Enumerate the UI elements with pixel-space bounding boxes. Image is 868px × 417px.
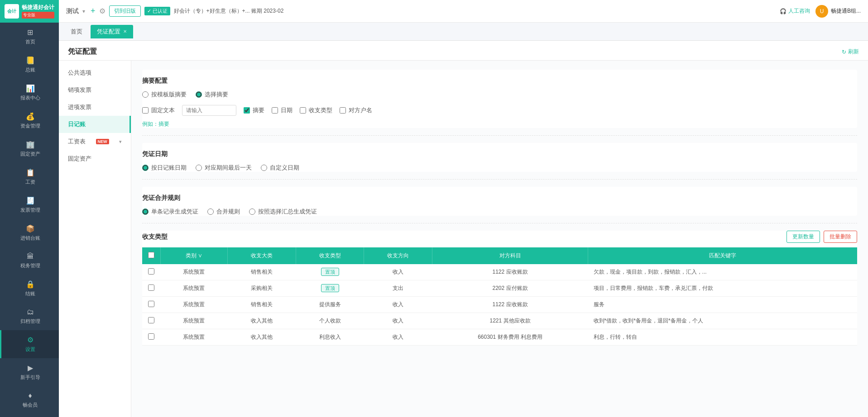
row-checkbox-cell-3 — [142, 313, 160, 329]
switch-version-btn[interactable]: 切到旧版 — [109, 5, 141, 17]
sub-nav-arrow-payroll: ▾ — [119, 139, 122, 145]
summary-cb-input[interactable] — [244, 107, 250, 114]
sub-nav-item-payroll[interactable]: 工资表NEW▾ — [59, 133, 131, 150]
tab-home[interactable]: 首页 — [64, 25, 89, 38]
sidebar-item-tax[interactable]: 🏛 税务管理 — [0, 247, 59, 275]
single-radio[interactable]: 单条记录生成凭证 — [142, 208, 198, 216]
type-tag-1[interactable]: 置顶 — [321, 284, 339, 292]
add-company-btn[interactable]: + — [91, 6, 96, 16]
summary-radio-select[interactable]: 选择摘要 — [196, 90, 228, 99]
topbar-right: 🎧 人工咨询 U 畅捷通B组... — [780, 5, 861, 18]
type-cb-label: 收支类型 — [309, 106, 332, 114]
row-direction-4: 收入 — [364, 329, 432, 346]
radio-template-label: 按模板版摘要 — [151, 90, 187, 99]
row-checkbox-1[interactable] — [148, 284, 154, 291]
merge-radio[interactable]: 合并规则 — [207, 208, 240, 216]
select-total-input[interactable] — [249, 208, 255, 215]
merge-rules-section: 凭证合并规则 单条记录生成凭证 合并规则 按照选择汇总生成凭证 — [142, 187, 857, 216]
sidebar-label-purchase: 进销台账 — [20, 235, 40, 242]
sub-nav-label-sales: 销项发票 — [68, 86, 91, 94]
settings-icon[interactable]: ⚙ — [99, 7, 106, 15]
counterpart-checkbox[interactable]: 对方户名 — [340, 106, 372, 114]
col-keywords: 匹配关键字 — [588, 247, 857, 264]
sidebar-icon-purchase: 📦 — [26, 224, 35, 233]
fixed-text-input[interactable] — [142, 107, 149, 114]
date-cb-input[interactable] — [272, 107, 278, 114]
merge-input[interactable] — [207, 208, 214, 215]
period-last-radio[interactable]: 对应期间最后一天 — [196, 164, 252, 172]
sidebar-item-close[interactable]: 🔒 结账 — [0, 275, 59, 303]
sidebar-item-ledger[interactable]: 📒 总账 — [0, 51, 59, 79]
select-total-label: 按照选择汇总生成凭证 — [258, 208, 317, 216]
sidebar-label-tax: 税务管理 — [20, 262, 40, 269]
sidebar-item-archive[interactable]: 🗂 归档管理 — [0, 303, 59, 330]
tab-bar: 首页凭证配置✕ — [59, 23, 868, 41]
sidebar-item-fund[interactable]: 💰 资金管理 — [0, 107, 59, 135]
radio-select-input[interactable] — [196, 91, 202, 98]
company-name: 测试 — [66, 7, 79, 15]
summary-radio-template[interactable]: 按模板版摘要 — [142, 90, 187, 99]
sidebar-icon-tax: 🏛 — [27, 252, 34, 261]
row-category-2: 系统预置 — [160, 297, 228, 313]
sidebar-item-report[interactable]: 📊 报表中心 — [0, 79, 59, 107]
row-major-1: 采购相关 — [228, 280, 296, 297]
refresh-btn[interactable]: ↻ 刷新 — [842, 48, 859, 56]
sidebar-item-invoice[interactable]: 🧾 发票管理 — [0, 191, 59, 219]
radio-select-label: 选择摘要 — [205, 90, 228, 99]
row-checkbox-0[interactable] — [148, 268, 154, 275]
row-checkbox-3[interactable] — [148, 317, 154, 323]
journal-date-radio[interactable]: 按日记账日期 — [142, 164, 187, 172]
tab-label-voucher-config: 凭证配置 — [97, 28, 120, 36]
company-arrow[interactable]: ▾ — [82, 8, 85, 14]
row-keywords-1: 项目，日常费用，报销款，车费，承兑汇票，付款 — [588, 280, 857, 297]
select-all-checkbox[interactable] — [148, 252, 154, 258]
fixed-text-label: 固定文本 — [151, 106, 175, 114]
sub-nav-item-fixed-asset[interactable]: 固定资产 — [59, 150, 131, 167]
counterpart-cb-input[interactable] — [340, 107, 346, 114]
merge-rules-title: 凭证合并规则 — [142, 187, 857, 208]
service-btn[interactable]: 🎧 人工咨询 — [780, 7, 810, 15]
radio-template-input[interactable] — [142, 91, 149, 98]
sub-nav-item-public[interactable]: 公共选项 — [59, 64, 131, 81]
row-category-4: 系统预置 — [160, 329, 228, 346]
custom-date-input[interactable] — [261, 165, 267, 171]
type-cb-input[interactable] — [300, 107, 306, 114]
custom-date-radio[interactable]: 自定义日期 — [261, 164, 299, 172]
update-btn[interactable]: 更新数量 — [786, 231, 820, 243]
journal-date-input[interactable] — [142, 165, 149, 171]
row-major-4: 收入其他 — [228, 329, 296, 346]
sub-nav-item-purchase-inv[interactable]: 进项发票 — [59, 99, 131, 116]
date-checkbox[interactable]: 日期 — [272, 106, 293, 114]
fixed-text-checkbox[interactable]: 固定文本 — [142, 106, 175, 114]
sidebar-item-settings[interactable]: ⚙ 设置 — [0, 330, 59, 358]
sidebar-item-home[interactable]: ⊞ 首页 — [0, 23, 59, 51]
tab-voucher-config[interactable]: 凭证配置✕ — [91, 25, 133, 38]
single-input[interactable] — [142, 208, 149, 215]
user-area[interactable]: U 畅捷通B组... — [815, 5, 861, 18]
sub-nav-label-payroll: 工资表 — [68, 137, 86, 146]
select-total-radio[interactable]: 按照选择汇总生成凭证 — [249, 208, 317, 216]
sidebar-item-member[interactable]: ♦ 畅会员 — [0, 386, 59, 414]
sidebar-item-asset[interactable]: 🏢 固定资产 — [0, 135, 59, 163]
sidebar-item-salary[interactable]: 📋 工资 — [0, 163, 59, 191]
period-last-input[interactable] — [196, 165, 202, 171]
page-wrapper: 凭证配置 ↻ 刷新 公共选项销项发票进项发票日记账工资表NEW▾固定资产 摘要配… — [59, 41, 868, 417]
sub-nav-item-journal[interactable]: 日记账 — [59, 116, 131, 133]
batch-delete-btn[interactable]: 批量删除 — [824, 231, 857, 243]
row-type-3: 个人收款 — [296, 313, 364, 329]
type-checkbox[interactable]: 收支类型 — [300, 106, 332, 114]
voucher-date-title: 凭证日期 — [142, 143, 857, 164]
type-tag-0[interactable]: 置顶 — [321, 268, 339, 276]
tab-close-voucher-config[interactable]: ✕ — [123, 29, 127, 34]
sub-nav-item-sales[interactable]: 销项发票 — [59, 81, 131, 99]
fixed-text-field[interactable] — [182, 105, 236, 116]
row-checkbox-2[interactable] — [148, 301, 154, 307]
row-checkbox-4[interactable] — [148, 333, 154, 340]
table-body: 系统预置 销售相关 置顶 收入 1122 应收账款 欠款，现金，项目款，到款，报… — [142, 264, 857, 346]
sidebar-logo: 会计 畅捷通好会计 专业版 — [0, 0, 59, 23]
sidebar-item-purchase[interactable]: 📦 进销台账 — [0, 219, 59, 247]
row-keywords-2: 服务 — [588, 297, 857, 313]
sidebar-item-guide[interactable]: ▶ 新手引导 — [0, 358, 59, 386]
summary-checkbox[interactable]: 摘要 — [244, 106, 264, 114]
tab-label-home: 首页 — [71, 28, 82, 36]
